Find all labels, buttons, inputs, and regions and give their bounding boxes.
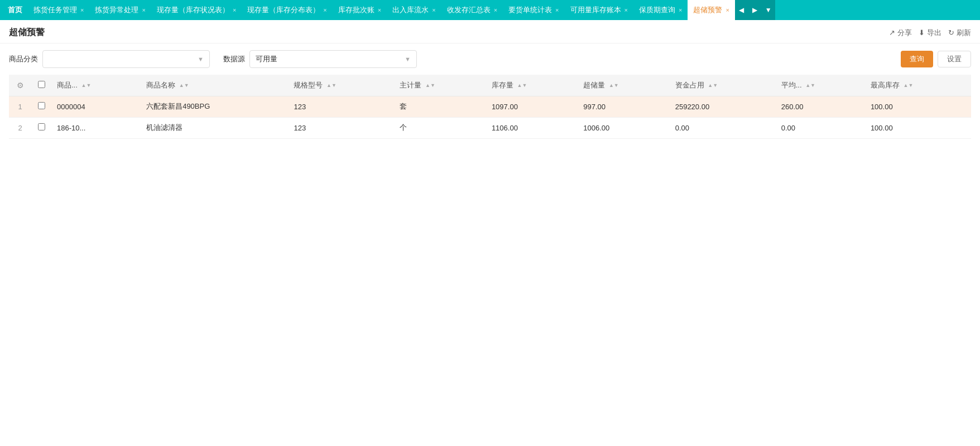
close-icon[interactable]: × [726, 7, 729, 13]
close-icon[interactable]: × [142, 7, 145, 13]
nav-home[interactable]: 首页 [2, 0, 28, 20]
page-header: 超储预警 ↗ 分享 ⬇ 导出 ↻ 刷新 [0, 20, 980, 43]
nav-tab-9[interactable]: 可用量库存账本 × [565, 0, 633, 20]
sort-icon: ▲▼ [425, 83, 435, 88]
row-checkbox-cell[interactable] [31, 96, 51, 117]
nav-arrow-left[interactable]: ◀ [735, 0, 748, 20]
row-max: 100.00 [865, 96, 971, 117]
col-settings[interactable]: ⚙ [9, 75, 31, 96]
filter-datasource-group: 数据源 可用量 ▼ [223, 50, 417, 68]
close-icon[interactable]: × [679, 7, 682, 13]
sort-icon: ▲▼ [517, 83, 527, 88]
select-all-checkbox[interactable] [38, 81, 45, 88]
close-icon[interactable]: × [555, 7, 559, 13]
row-spec: 123 [288, 96, 394, 117]
close-icon[interactable]: × [432, 7, 435, 13]
nav-tab-5[interactable]: 库存批次账 × [333, 0, 387, 20]
row-avg: 0.00 [776, 117, 865, 138]
row-code: 186-10... [51, 117, 141, 138]
close-icon[interactable]: × [378, 7, 381, 13]
datasource-value: 可用量 [256, 54, 277, 64]
row-stock: 1106.00 [486, 117, 578, 138]
col-header-name[interactable]: 商品名称 ▲▼ [141, 75, 288, 96]
row-max: 100.00 [865, 117, 971, 138]
close-icon[interactable]: × [80, 7, 84, 13]
export-button[interactable]: ⬇ 导出 [919, 28, 941, 38]
row-avg: 260.00 [776, 96, 865, 117]
row-spec: 123 [288, 117, 394, 138]
row-checkbox[interactable] [38, 102, 45, 109]
close-icon[interactable]: × [494, 7, 497, 13]
query-button[interactable]: 查询 [901, 51, 933, 67]
table-header-row: ⚙ 商品... ▲▼ 商品名称 ▲▼ 规格型号 ▲▼ 主计 [9, 75, 971, 96]
datasource-label: 数据源 [223, 54, 245, 64]
row-unit: 套 [394, 96, 486, 117]
col-header-capital[interactable]: 资金占用 ▲▼ [670, 75, 776, 96]
table-row: 2 186-10... 机油滤清器 123 个 1106.00 1006.00 … [9, 117, 971, 138]
nav-tab-8[interactable]: 要货单统计表 × [503, 0, 564, 20]
nav-tab-7[interactable]: 收发存汇总表 × [441, 0, 503, 20]
sort-icon: ▲▼ [326, 83, 337, 88]
category-select[interactable]: ▼ [42, 50, 210, 68]
data-table: ⚙ 商品... ▲▼ 商品名称 ▲▼ 规格型号 ▲▼ 主计 [9, 75, 971, 139]
col-header-spec[interactable]: 规格型号 ▲▼ [288, 75, 394, 96]
col-header-avg[interactable]: 平均... ▲▼ [776, 75, 865, 96]
close-icon[interactable]: × [233, 7, 236, 13]
row-code: 0000004 [51, 96, 141, 117]
row-checkbox[interactable] [38, 123, 45, 130]
nav-tab-6[interactable]: 出入库流水 × [387, 0, 441, 20]
nav-arrow-more[interactable]: ▼ [762, 0, 775, 20]
col-header-code[interactable]: 商品... ▲▼ [51, 75, 141, 96]
row-index: 1 [9, 96, 31, 117]
col-header-stock[interactable]: 库存量 ▲▼ [486, 75, 578, 96]
row-capital: 0.00 [670, 117, 776, 138]
sort-icon: ▲▼ [708, 83, 718, 88]
nav-bar: 首页 拣货任务管理 × 拣货异常处理 × 现存量（库存状况表） × 现存量（库存… [0, 0, 980, 20]
col-select-all[interactable] [31, 75, 51, 96]
row-unit: 个 [394, 117, 486, 138]
sort-icon: ▲▼ [904, 83, 914, 88]
col-header-over[interactable]: 超储量 ▲▼ [578, 75, 669, 96]
col-header-unit[interactable]: 主计量 ▲▼ [394, 75, 486, 96]
share-icon: ↗ [889, 28, 895, 37]
share-button[interactable]: ↗ 分享 [889, 28, 912, 38]
filter-buttons: 查询 设置 [901, 51, 971, 67]
table-body: 1 0000004 六配套新昌490BPG 123 套 1097.00 997.… [9, 96, 971, 138]
row-name: 六配套新昌490BPG [141, 96, 288, 117]
filter-bar: 商品分类 ▼ 数据源 可用量 ▼ 查询 设置 [0, 43, 980, 75]
close-icon[interactable]: × [624, 7, 628, 13]
table-container: ⚙ 商品... ▲▼ 商品名称 ▲▼ 规格型号 ▲▼ 主计 [0, 75, 980, 139]
col-header-max[interactable]: 最高库存 ▲▼ [865, 75, 971, 96]
header-actions: ↗ 分享 ⬇ 导出 ↻ 刷新 [889, 28, 971, 38]
row-index: 2 [9, 117, 31, 138]
filter-category-group: 商品分类 ▼ [9, 50, 210, 68]
gear-icon[interactable]: ⚙ [17, 81, 24, 90]
row-name: 机油滤清器 [141, 117, 288, 138]
refresh-icon: ↻ [948, 28, 954, 37]
row-checkbox-cell[interactable] [31, 117, 51, 138]
sort-icon: ▲▼ [805, 83, 815, 88]
nav-tab-11[interactable]: 超储预警 × [688, 0, 734, 20]
nav-tab-4[interactable]: 现存量（库存分布表） × [242, 0, 332, 20]
chevron-down-icon: ▼ [405, 56, 411, 62]
nav-tab-2[interactable]: 拣货异常处理 × [89, 0, 151, 20]
nav-tab-3[interactable]: 现存量（库存状况表） × [151, 0, 242, 20]
nav-tab-10[interactable]: 保质期查询 × [633, 0, 688, 20]
export-icon: ⬇ [919, 28, 925, 37]
sort-icon: ▲▼ [81, 83, 91, 88]
close-icon[interactable]: × [323, 7, 326, 13]
row-over: 1006.00 [578, 117, 669, 138]
chevron-down-icon: ▼ [198, 56, 204, 62]
category-label: 商品分类 [9, 54, 38, 64]
datasource-select[interactable]: 可用量 ▼ [249, 50, 417, 68]
nav-arrow-right[interactable]: ▶ [748, 0, 762, 20]
row-capital: 259220.00 [670, 96, 776, 117]
table-row: 1 0000004 六配套新昌490BPG 123 套 1097.00 997.… [9, 96, 971, 117]
row-over: 997.00 [578, 96, 669, 117]
sort-icon: ▲▼ [609, 83, 619, 88]
row-stock: 1097.00 [486, 96, 578, 117]
nav-tab-1[interactable]: 拣货任务管理 × [28, 0, 89, 20]
refresh-button[interactable]: ↻ 刷新 [948, 28, 971, 38]
set-button[interactable]: 设置 [938, 51, 971, 67]
page-title: 超储预警 [9, 27, 45, 38]
